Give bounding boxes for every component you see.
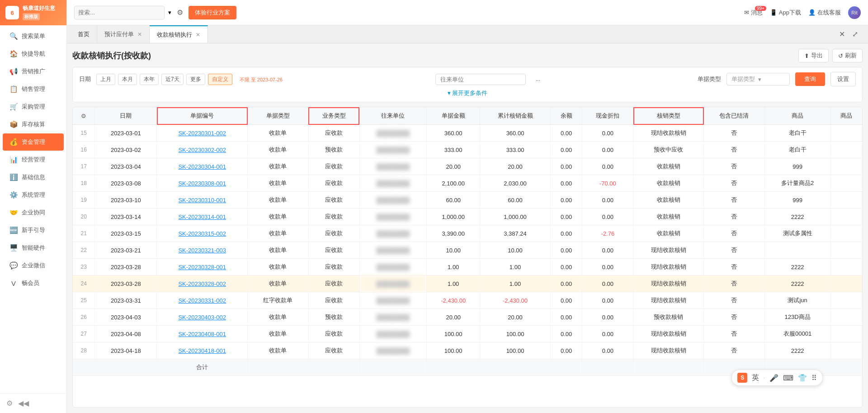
date-prev-month-btn[interactable]: 上月 (96, 74, 115, 85)
date-this-month-btn[interactable]: 本月 (118, 74, 137, 85)
sidebar-item-purchase[interactable]: 🛒 采购管理 (3, 98, 64, 115)
refresh-button[interactable]: ↺ 刷新 (832, 49, 863, 62)
setting-button[interactable]: 设置 (830, 72, 856, 86)
tab-home[interactable]: 首页 (71, 25, 97, 43)
col-date: 日期 (95, 107, 157, 125)
row-balance: 0.00 (550, 125, 582, 142)
sidebar-item-marketing[interactable]: 📢 营销推广 (3, 63, 64, 80)
row-biz-type: 应收款 (308, 342, 359, 359)
row-date: 2023-03-08 (95, 175, 157, 192)
row-bill-no[interactable]: SK-20230301-002 (157, 125, 248, 142)
row-include-settled: 否 (704, 209, 764, 225)
column-settings-icon[interactable]: ⚙ (81, 113, 86, 119)
sidebar-item-search[interactable]: 🔍 搜索菜单 (3, 28, 64, 45)
expand-conditions-bar[interactable]: ▾ 展开更多条件 (79, 89, 856, 97)
row-biz-type: 应收款 (308, 125, 359, 142)
online-service-button[interactable]: 👤 在线客服 (808, 9, 841, 17)
tab-close-collection[interactable]: ✕ (196, 32, 200, 38)
counterpart-input[interactable] (440, 76, 521, 83)
sidebar-item-operation[interactable]: 📊 经营管理 (3, 151, 64, 168)
row-bill-no[interactable]: SK-20230408-001 (157, 326, 248, 342)
row-product1 (764, 242, 830, 259)
row-bill-no[interactable]: SK-20230321-003 (157, 242, 248, 259)
row-balance: 0.00 (550, 225, 582, 242)
refresh-label: 刷新 (845, 52, 857, 60)
row-cancel-type: 预收款核销 (633, 309, 704, 326)
sidebar-item-system[interactable]: ⚙️ 系统管理 (3, 186, 64, 204)
row-counterpart: ████████ (359, 259, 427, 275)
row-bill-no[interactable]: SK-20230314-001 (157, 209, 248, 225)
row-amount: 60.00 (427, 192, 480, 209)
sidebar-item-hardware[interactable]: 🖥️ 智能硬件 (3, 239, 64, 256)
tab-close-all-button[interactable]: ✕ (836, 29, 848, 39)
row-bill-no[interactable]: SK-20230302-002 (157, 142, 248, 158)
ime-keyboard-icon[interactable]: ⌨ (783, 374, 793, 382)
sidebar-item-sales[interactable]: 📋 销售管理 (3, 81, 64, 98)
row-bill-no[interactable]: SK-20230328-001 (157, 259, 248, 275)
row-number: 15 (73, 125, 95, 142)
date-more-btn[interactable]: 更多 (186, 74, 205, 85)
row-number: 16 (73, 142, 95, 158)
industry-solution-button[interactable]: 体验行业方案 (189, 6, 236, 19)
sidebar-item-member[interactable]: V 畅会员 (3, 275, 64, 292)
export-button[interactable]: ⬆ 导出 (798, 49, 829, 62)
date-custom-btn[interactable]: 自定义 (208, 74, 232, 85)
tab-prepay[interactable]: 预计应付单✕ (97, 25, 150, 43)
col-settings[interactable]: ⚙ (73, 107, 95, 125)
date-this-year-btn[interactable]: 本年 (140, 74, 159, 85)
row-cash-discount: 0.00 (582, 158, 633, 175)
topbar-search-input[interactable] (74, 6, 165, 19)
topbar-dropdown-icon[interactable]: ▾ (168, 9, 171, 16)
app-download-icon: 📱 (770, 9, 777, 16)
ime-pinyin-icon[interactable]: 英 (752, 373, 759, 383)
row-product1: 老白干 (764, 142, 830, 158)
ime-apps-icon[interactable]: ⠿ (811, 374, 817, 382)
row-bill-no[interactable]: SK-20230331-002 (157, 292, 248, 309)
ime-mic-icon[interactable]: 🎤 (769, 374, 778, 382)
sidebar-item-corp[interactable]: 🤝 企业协同 (3, 204, 64, 221)
menu-label-quick: 快捷导航 (22, 50, 45, 58)
tab-collection[interactable]: 收款核销执行✕ (150, 25, 208, 43)
row-biz-type: 应收款 (308, 209, 359, 225)
bill-type-select[interactable]: 单据类型 ▾ (726, 73, 790, 85)
row-product2 (830, 242, 862, 259)
app-download-button[interactable]: 📱 App下载 (770, 9, 801, 17)
query-button[interactable]: 查询 (795, 72, 825, 86)
row-cancel-type: 现结收款核销 (633, 275, 704, 292)
sidebar-collapse-icon[interactable]: ◀◀ (18, 399, 29, 408)
page-actions: ⬆ 导出 ↺ 刷新 (798, 49, 863, 62)
menu-icon-system: ⚙️ (9, 191, 18, 199)
filter-area: 日期 上月 本月 本年 近7天 更多 自定义 不限 至 2023-07-26 .… (72, 67, 863, 102)
row-bill-no[interactable]: SK-20230308-001 (157, 175, 248, 192)
topbar-gear-icon[interactable]: ⚙ (175, 6, 185, 19)
row-cancel-type: 现结收款核销 (633, 242, 704, 259)
ime-shirt-icon[interactable]: 👕 (798, 374, 807, 382)
sidebar-item-wechat[interactable]: 💬 企业微信 (3, 257, 64, 274)
message-button[interactable]: ✉ 消息 99+ (744, 9, 763, 17)
row-bill-no[interactable]: SK-20230315-002 (157, 225, 248, 242)
sidebar-item-basic[interactable]: ℹ️ 基础信息 (3, 169, 64, 186)
counterpart-filter[interactable] (435, 74, 526, 85)
tab-close-prepay[interactable]: ✕ (137, 32, 142, 37)
sidebar-item-guide[interactable]: 🆕 新手引导 (3, 222, 64, 239)
row-product1: 123D商品 (764, 309, 830, 326)
sidebar-item-inventory[interactable]: 📦 库存核算 (3, 116, 64, 133)
user-avatar[interactable]: Rit (848, 6, 861, 19)
sidebar-item-finance[interactable]: 💰 资金管理 (3, 133, 64, 151)
sidebar-gear-icon[interactable]: ⚙ (6, 399, 13, 408)
row-bill-no[interactable]: SK-20230403-002 (157, 309, 248, 326)
tab-maximize-button[interactable]: ⤢ (849, 29, 861, 39)
row-bill-no[interactable]: SK-20230304-001 (157, 158, 248, 175)
row-bill-no[interactable]: SK-20230328-002 (157, 275, 248, 292)
row-bill-no[interactable]: SK-20230418-001 (157, 342, 248, 359)
row-number: 24 (73, 275, 95, 292)
sidebar-item-quick[interactable]: 🏠 快捷导航 (3, 45, 64, 62)
menu-label-guide: 新手引导 (22, 226, 45, 234)
row-bill-no[interactable]: SK-20230310-001 (157, 192, 248, 209)
row-product2 (830, 225, 862, 242)
menu-icon-corp: 🤝 (9, 209, 18, 217)
table-row: 25 2023-03-31 SK-20230331-002 红字收款单 应收款 … (73, 292, 862, 309)
menu-label-hardware: 智能硬件 (22, 244, 45, 252)
table-row: 21 2023-03-15 SK-20230315-002 收款单 应收款 ██… (73, 225, 862, 242)
date-7days-btn[interactable]: 近7天 (161, 74, 184, 85)
